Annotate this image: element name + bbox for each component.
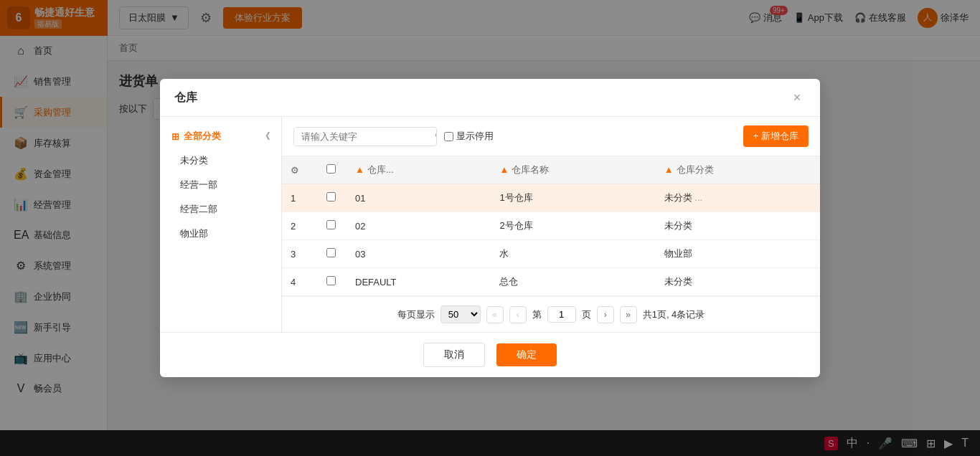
table-row[interactable]: 4 DEFAULT 总仓 未分类 <box>282 268 820 296</box>
page-suffix: 页 <box>582 308 591 321</box>
row-category: 物业部 <box>656 240 820 268</box>
row-index: 2 <box>282 212 318 240</box>
category-item-uncat[interactable]: 未分类 <box>160 148 281 173</box>
search-input-wrap: 🔍 <box>293 127 437 146</box>
pagination: 每页显示 10 20 50 100 « ‹ 第 页 › » 共1页, 4条记录 <box>282 296 820 332</box>
row-name: 水 <box>491 240 655 268</box>
row-code: DEFAULT <box>347 268 491 296</box>
row-category: 未分类 <box>656 268 820 296</box>
table-gear-icon: ⚙ <box>291 165 299 176</box>
row-checkbox-cell <box>318 212 347 240</box>
col-checkbox <box>318 156 347 184</box>
all-category-label: 全部分类 <box>184 130 221 143</box>
last-page-button[interactable]: » <box>620 306 637 323</box>
modal-body: ⊞ 全部分类 《 未分类 经营一部 经营二部 物业部 🔍 <box>160 117 820 332</box>
row-checkbox[interactable] <box>326 248 336 257</box>
row-category: 未分类 ... <box>656 184 820 212</box>
row-actions[interactable]: ... <box>694 192 702 203</box>
page-label: 第 <box>532 308 542 321</box>
row-index: 4 <box>282 268 318 296</box>
table-row[interactable]: 2 02 2号仓库 未分类 <box>282 212 820 240</box>
col-settings: ⚙ <box>282 156 318 184</box>
modal-content-panel: 🔍 显示停用 + 新增仓库 ⚙ <box>282 117 820 332</box>
modal-footer: 取消 确定 <box>160 332 820 377</box>
sort-icon-name: ▲ <box>499 164 509 175</box>
prev-page-button[interactable]: ‹ <box>509 306 527 323</box>
row-name: 2号仓库 <box>491 212 655 240</box>
row-index: 1 <box>282 184 318 212</box>
row-checkbox[interactable] <box>326 192 336 201</box>
row-code: 01 <box>347 184 491 212</box>
row-checkbox[interactable] <box>326 220 336 229</box>
modal-close-button[interactable]: × <box>788 89 806 106</box>
new-warehouse-button[interactable]: + 新增仓库 <box>743 125 809 147</box>
modal-header: 仓库 × <box>160 79 820 117</box>
modal-title: 仓库 <box>174 90 197 105</box>
cancel-button[interactable]: 取消 <box>423 343 485 367</box>
col-category: ▲仓库分类 <box>656 156 820 184</box>
search-input[interactable] <box>294 128 429 146</box>
sort-icon: ▲ <box>355 164 364 175</box>
modal-overlay: 仓库 × ⊞ 全部分类 《 未分类 经营一部 经营二部 物业部 <box>0 0 980 456</box>
warehouse-table: ⚙ ▲仓库... ▲仓库名称 ▲仓库分类 1 01 <box>282 156 820 296</box>
search-icon[interactable]: 🔍 <box>429 131 437 142</box>
row-name: 总仓 <box>491 268 655 296</box>
modal-category-panel: ⊞ 全部分类 《 未分类 经营一部 经营二部 物业部 <box>160 117 282 332</box>
row-checkbox-cell <box>318 268 347 296</box>
all-category-header[interactable]: ⊞ 全部分类 《 <box>160 124 281 148</box>
sort-icon-cat: ▲ <box>664 164 674 175</box>
page-size-select[interactable]: 10 20 50 100 <box>440 305 481 323</box>
confirm-button[interactable]: 确定 <box>496 343 557 366</box>
next-page-button[interactable]: › <box>597 306 614 323</box>
show-disabled-checkbox[interactable] <box>444 132 453 141</box>
category-item-ops1[interactable]: 经营一部 <box>160 173 281 197</box>
show-disabled-wrap: 显示停用 <box>444 130 494 143</box>
collapse-icon[interactable]: 《 <box>261 130 270 143</box>
select-all-checkbox[interactable] <box>326 164 336 174</box>
modal-toolbar: 🔍 显示停用 + 新增仓库 <box>282 117 820 156</box>
grid-icon: ⊞ <box>171 131 179 142</box>
warehouse-modal: 仓库 × ⊞ 全部分类 《 未分类 经营一部 经营二部 物业部 <box>160 79 820 377</box>
table-row[interactable]: 3 03 水 物业部 <box>282 240 820 268</box>
row-checkbox-cell <box>318 184 347 212</box>
total-info: 共1页, 4条记录 <box>643 308 705 321</box>
category-item-prop[interactable]: 物业部 <box>160 222 281 246</box>
row-code: 02 <box>347 212 491 240</box>
col-name: ▲仓库名称 <box>491 156 655 184</box>
row-name: 1号仓库 <box>491 184 655 212</box>
warehouse-table-wrap: ⚙ ▲仓库... ▲仓库名称 ▲仓库分类 1 01 <box>282 156 820 296</box>
row-category: 未分类 <box>656 212 820 240</box>
row-checkbox-cell <box>318 240 347 268</box>
show-disabled-label: 显示停用 <box>456 130 494 143</box>
row-code: 03 <box>347 240 491 268</box>
table-row[interactable]: 1 01 1号仓库 未分类 ... <box>282 184 820 212</box>
row-checkbox[interactable] <box>326 276 336 285</box>
category-item-ops2[interactable]: 经营二部 <box>160 197 281 222</box>
col-code: ▲仓库... <box>347 156 491 184</box>
page-input[interactable] <box>547 306 576 323</box>
row-index: 3 <box>282 240 318 268</box>
page-size-label: 每页显示 <box>397 308 435 321</box>
first-page-button[interactable]: « <box>486 306 504 323</box>
